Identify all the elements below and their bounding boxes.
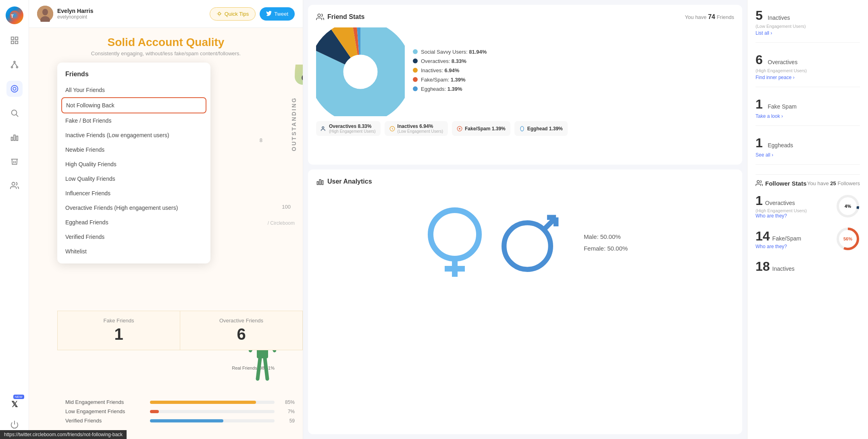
svg-point-21: [42, 9, 48, 15]
svg-point-7: [11, 67, 12, 68]
fake-spam-link[interactable]: Take a look ›: [756, 113, 860, 119]
stat-eggheads: 1 Eggheads See all ›: [756, 136, 860, 165]
friend-stats-total: You have 74 Friends: [685, 13, 734, 21]
left-panel: Evelyn Harris evelynonpoint Quick Tips T…: [29, 0, 303, 439]
overactive-icon: [321, 126, 327, 132]
menu-item-overactive[interactable]: Overactive Friends (High engagement user…: [57, 201, 210, 215]
bar-pct-low: 7%: [279, 409, 295, 414]
gauge-start: 8: [260, 137, 262, 143]
menu-item-fake-bot[interactable]: Fake / Bot Friends: [57, 113, 210, 128]
sidebar-item-chart[interactable]: [6, 129, 23, 145]
friends-menu-title: Friends: [57, 67, 210, 83]
bar-pct-verified: 59: [279, 418, 295, 424]
bar-label-low: Low Engagement Friends: [65, 408, 146, 414]
pie-legend: Social Savvy Users: 81.94% Overactives: …: [413, 49, 734, 95]
friends-icon: [316, 13, 324, 21]
legend-fake-spam: Fake/Spam: 1.39%: [413, 77, 734, 83]
legend-dot-egghead: [413, 86, 418, 91]
eggheads-link[interactable]: See all ›: [756, 152, 860, 158]
menu-item-egghead[interactable]: Egghead Friends: [57, 215, 210, 230]
svg-line-10: [15, 63, 17, 66]
sidebar-bottom: 𝕏 NEW: [6, 396, 23, 433]
menu-item-not-following-back[interactable]: Not Following Back: [61, 97, 206, 113]
egghead-icon: [519, 126, 525, 132]
fake-friends-value: 1: [70, 325, 168, 343]
stats-boxes-row: Fake Friends 1 Overactive Friends 6: [57, 311, 303, 350]
bar-row-mid: Mid Engagement Friends 85%: [65, 399, 295, 405]
sidebar-item-users[interactable]: [6, 178, 23, 194]
overactive-label: Overactive Friends: [192, 318, 290, 324]
quality-title: Solid Account Quality: [37, 36, 295, 49]
quality-banner: Solid Account Quality Consistently engag…: [29, 28, 303, 65]
menu-item-influencer[interactable]: Influencer Friends: [57, 186, 210, 201]
svg-line-9: [12, 63, 14, 66]
bar-track-mid: [150, 401, 275, 404]
sidebar-item-search[interactable]: [6, 105, 23, 121]
bar-fill-mid: [150, 401, 256, 404]
sidebar-item-dashboard[interactable]: [6, 32, 23, 48]
twitter-icon: [266, 11, 272, 17]
follower-fake-spam: 14 Fake/Spam Who are they? 56%: [756, 227, 860, 251]
female-section: [423, 202, 487, 283]
right-panel: Friend Stats You have 74 Friends: [303, 0, 868, 439]
svg-rect-16: [14, 135, 15, 141]
svg-text:T: T: [10, 13, 13, 19]
menu-item-inactive-friends[interactable]: Inactive Friends (Low engagement users): [57, 128, 210, 142]
avatar: [37, 6, 53, 22]
female-pct: Female: 50.00%: [584, 245, 628, 252]
quick-tips-button[interactable]: Quick Tips: [210, 7, 256, 21]
inactives-list-link[interactable]: List all ›: [756, 30, 860, 36]
follower-overactives: 1 Overactives (High Engagement Users) Wh…: [756, 193, 860, 219]
analytics-icon: [316, 178, 324, 186]
gender-area: Male: 50.00% Female: 50.00%: [316, 192, 734, 293]
badge-egghead: Egghead 1.39%: [514, 121, 568, 136]
bar-row-low: Low Engagement Friends 7%: [65, 408, 295, 414]
url-bar: https://twitter.circleboom.com/friends/n…: [0, 430, 127, 439]
divider: [756, 174, 860, 175]
menu-item-whitelist[interactable]: Whitelist: [57, 244, 210, 259]
user-handle: evelynonpoint: [57, 14, 94, 20]
overactive-friends-box: Overactive Friends 6: [180, 311, 303, 350]
gauge-area: OUTSTANDING 100 8 / Circleboom: [210, 65, 303, 234]
follower-stats-section: Follower Stats You have 25 Followers 1: [756, 180, 860, 274]
user-details: Evelyn Harris evelynonpoint: [57, 8, 94, 20]
overactives-who-link[interactable]: Who are they?: [756, 213, 807, 219]
sidebar: T �: [0, 0, 29, 439]
tweet-button[interactable]: Tweet: [260, 7, 295, 21]
friends-dropdown-menu: Friends All Your Friends Not Following B…: [57, 63, 210, 263]
overactives-circle: 4%: [836, 194, 860, 218]
overactive-value: 6: [192, 325, 290, 343]
overactives-link[interactable]: Find inner peace ›: [756, 75, 860, 80]
svg-rect-55: [322, 181, 323, 185]
top-area: Evelyn Harris evelynonpoint Quick Tips T…: [29, 0, 868, 439]
menu-item-high-quality[interactable]: High Quality Friends: [57, 157, 210, 171]
left-header: Evelyn Harris evelynonpoint Quick Tips T…: [29, 0, 303, 28]
svg-rect-17: [16, 136, 18, 140]
sidebar-item-x[interactable]: 𝕏 NEW: [6, 396, 23, 412]
sidebar-item-network[interactable]: [6, 56, 23, 73]
svg-point-18: [12, 182, 15, 185]
sidebar-item-delete[interactable]: [6, 153, 23, 169]
svg-point-8: [16, 67, 18, 68]
svg-point-12: [13, 87, 16, 90]
pie-chart: [316, 27, 405, 116]
menu-item-all-friends[interactable]: All Your Friends: [57, 83, 210, 97]
stat-fake-spam: 1 Fake Spam Take a look ›: [756, 97, 860, 126]
analytics-header: User Analytics: [316, 178, 734, 186]
fake-icon: [457, 126, 462, 132]
svg-point-23: [218, 13, 221, 15]
male-section: [495, 202, 560, 283]
gauge-value: 100: [282, 204, 291, 210]
fake-who-link[interactable]: Who are they?: [756, 244, 801, 249]
follower-inactives: 18 Inactives: [756, 259, 860, 274]
menu-item-low-quality[interactable]: Low Quality Friends: [57, 171, 210, 186]
friend-stats-title: Friend Stats: [316, 13, 364, 21]
menu-item-newbie-friends[interactable]: Newbie Friends: [57, 142, 210, 157]
stat-overactives: 6 Overactives (High Engagement Users) Fi…: [756, 52, 860, 87]
menu-item-verified[interactable]: Verified Friends: [57, 230, 210, 244]
follower-stats-title: Follower Stats: [756, 180, 807, 187]
svg-point-6: [14, 61, 15, 63]
sidebar-item-circle[interactable]: [6, 81, 23, 97]
fake-friends-box: Fake Friends 1: [57, 311, 180, 350]
legend-inactives: Inactives: 6.94%: [413, 67, 734, 73]
